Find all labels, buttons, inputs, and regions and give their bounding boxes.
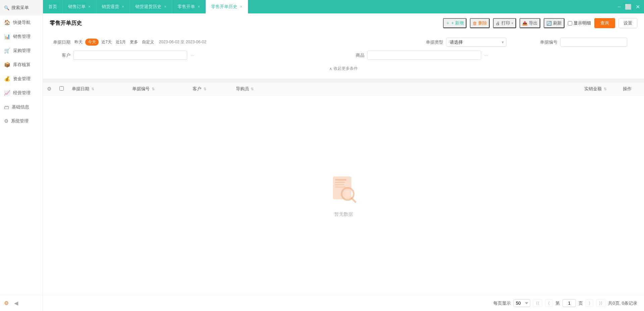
tab-sales-return-history-close[interactable]: × (164, 4, 166, 9)
shortcut-more[interactable]: 更多 (129, 39, 139, 46)
tab-retail-history[interactable]: 零售开单历史 × (206, 0, 248, 13)
add-button[interactable]: ＋ + 新增 (443, 18, 466, 28)
sidebar-item-label: 系统管理 (11, 118, 29, 124)
table-header: ⚙ 单据日期 ⇅ 单据编号 ⇅ (43, 83, 644, 96)
display-detail-checkbox-label[interactable]: 显示明细 (568, 20, 591, 26)
orderno-filter-label: 单据编号 (537, 39, 560, 45)
shortcut-custom[interactable]: 自定义 (141, 39, 155, 46)
close-button[interactable]: ✕ (636, 4, 640, 10)
export-button[interactable]: 📤 导出 (519, 18, 540, 28)
svg-rect-4 (335, 187, 346, 188)
tab-retail-open-close[interactable]: × (198, 4, 200, 9)
collapse-icon[interactable]: ◀ (14, 300, 18, 306)
home-icon: 🏠 (4, 19, 10, 25)
refresh-button[interactable]: 🔄 刷新 (544, 18, 564, 28)
tab-retail-history-label: 零售开单历史 (211, 4, 237, 10)
minimize-button[interactable]: – (618, 4, 621, 10)
next-page-button[interactable]: ⟩ (586, 299, 593, 307)
page-suffix: 页 (579, 300, 583, 306)
filter-row-1: 单据日期 昨天 今天 近7天 近1月 更多 自定义 2023-06-02 至 2… (50, 38, 637, 47)
tab-retail-history-close[interactable]: × (240, 4, 242, 9)
settings-icon[interactable]: ⚙ (47, 86, 51, 92)
tab-sales-order-close[interactable]: × (88, 4, 91, 9)
per-page-label: 每页显示 (493, 300, 511, 306)
sidebar-item-label: 经营管理 (13, 90, 31, 96)
restore-button[interactable]: ⬜ (625, 4, 632, 10)
filter-section-date: 单据日期 昨天 今天 近7天 近1月 更多 自定义 2023-06-02 至 2… (50, 39, 423, 46)
tab-home[interactable]: 首页 (43, 0, 63, 13)
delete-label: 删除 (478, 20, 487, 26)
select-all-checkbox[interactable] (59, 86, 64, 91)
shortcut-today[interactable]: 今天 (85, 39, 99, 46)
th-date[interactable]: 单据日期 ⇅ (68, 83, 128, 96)
chart-icon: 📊 (4, 34, 10, 40)
sidebar-item-quick-nav[interactable]: 🏠 快捷导航 (0, 15, 43, 30)
svg-rect-2 (335, 182, 345, 183)
order-no-input[interactable] (560, 38, 627, 47)
first-page-button[interactable]: ⟨⟨ (533, 299, 542, 307)
svg-rect-1 (335, 179, 347, 180)
collapse-label: 收起更多条件 (334, 66, 358, 71)
sidebar-item-operations[interactable]: 📈 经营管理 (0, 86, 43, 100)
shortcut-yesterday[interactable]: 昨天 (73, 39, 84, 46)
tab-retail-open-label: 零售开单 (178, 4, 195, 10)
th-order-no-label: 单据编号 (132, 86, 150, 91)
th-date-label: 单据日期 (72, 86, 89, 91)
sidebar-item-label: 库存核算 (13, 62, 31, 68)
sidebar-item-sys-mgmt[interactable]: ⚙ 系统管理 (0, 114, 43, 128)
th-customer[interactable]: 客户 ⇅ (189, 83, 232, 96)
settings-button[interactable]: 设置 (618, 18, 637, 28)
th-salesperson[interactable]: 导购员 ⇅ (232, 83, 284, 96)
tab-sales-order[interactable]: 销售订单 × (63, 0, 96, 13)
shortcut-1month[interactable]: 近1月 (114, 39, 128, 46)
print-button[interactable]: 🖨 打印 ▾ (493, 18, 516, 28)
table-empty-state: 暂无数据 (43, 96, 644, 295)
sidebar-item-basic-info[interactable]: 🗃 基础信息 (0, 100, 43, 114)
sidebar-item-purchase-mgmt[interactable]: 🛒 采购管理 (0, 44, 43, 58)
collapse-icon: ∧ (329, 66, 332, 71)
sidebar-search[interactable]: 🔍 搜索采单 (0, 0, 43, 15)
query-button[interactable]: 查询 (594, 18, 615, 28)
display-detail-label: 显示明细 (574, 20, 591, 26)
empty-text: 暂无数据 (334, 211, 353, 217)
page-title: 零售开单历史 (50, 20, 82, 27)
customer-input[interactable] (73, 51, 187, 60)
tab-sales-return[interactable]: 销货退货 × (96, 0, 130, 13)
gear-icon: ⚙ (4, 118, 8, 124)
prev-page-button[interactable]: ⟨ (545, 299, 553, 307)
customer-ellipsis: ··· (191, 53, 194, 58)
sidebar-item-sales-mgmt[interactable]: 📊 销售管理 (0, 30, 43, 44)
goods-ellipsis: ··· (485, 53, 488, 58)
delete-button[interactable]: 🗑 删除 (470, 18, 490, 28)
filter-section-orderno: 单据编号 (537, 38, 637, 47)
type-select[interactable]: 请选择 (446, 38, 506, 47)
sidebar-item-label: 资金管理 (13, 76, 31, 82)
tab-retail-open[interactable]: 零售开单 × (172, 0, 206, 13)
settings-icon[interactable]: ⚙ (4, 300, 9, 306)
per-page-select[interactable]: 10 20 50 100 (513, 299, 530, 307)
tab-sales-return-history[interactable]: 销货退货历史 × (130, 0, 172, 13)
collapse-more-button[interactable]: ∧ 收起更多条件 (329, 66, 358, 71)
display-detail-checkbox[interactable] (568, 21, 572, 25)
th-spacer (284, 83, 550, 96)
refresh-icon: 🔄 (546, 21, 552, 26)
cart-icon: 🛒 (4, 48, 10, 54)
search-icon: 🔍 (4, 5, 9, 10)
th-order-no[interactable]: 单据编号 ⇅ (128, 83, 189, 96)
last-page-button[interactable]: ⟩⟩ (596, 299, 605, 307)
empty-illustration (327, 173, 360, 207)
box-icon: 📦 (4, 62, 10, 68)
toolbar: ＋ + 新增 🗑 删除 🖨 打印 ▾ 📤 导出 (443, 18, 637, 28)
sidebar-item-finance[interactable]: 💰 资金管理 (0, 72, 43, 86)
sidebar-item-inventory[interactable]: 📦 库存核算 (0, 58, 43, 72)
sidebar-item-label: 基础信息 (12, 104, 29, 110)
add-icon: ＋ (446, 20, 450, 26)
shortcut-7days[interactable]: 近7天 (100, 39, 113, 46)
tab-sales-return-close[interactable]: × (122, 4, 124, 9)
th-amount[interactable]: 实销金额 ⇅ (550, 83, 611, 96)
filter-section-customer: 客户 ··· (50, 51, 344, 60)
filter-section-goods: 商品 ··· (344, 51, 638, 60)
sidebar: 🔍 搜索采单 🏠 快捷导航 📊 销售管理 🛒 采购管理 📦 库存核算 💰 资金管… (0, 0, 43, 311)
goods-input[interactable] (367, 51, 481, 60)
page-input[interactable] (562, 299, 576, 307)
